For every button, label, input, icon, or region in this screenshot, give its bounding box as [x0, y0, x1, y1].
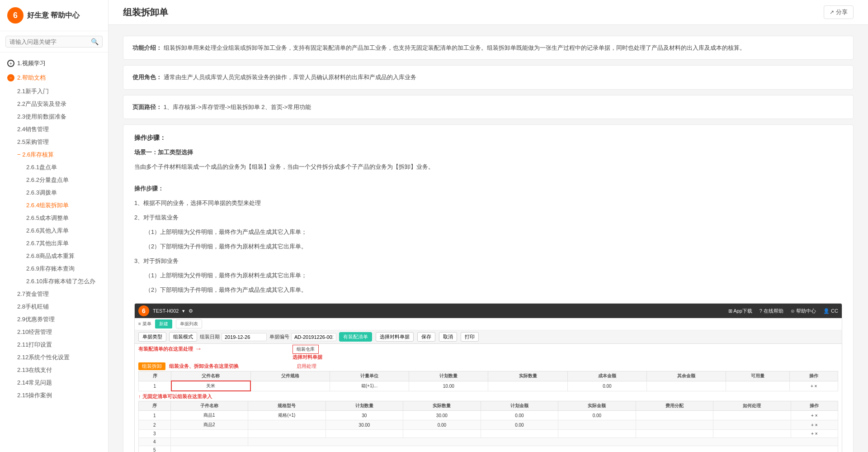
mock-ui: 6 TEST-H002 ▾ ⚙ ⊞ App下载 ? 在线帮助 ⊙ 帮助中心 👤 …: [135, 304, 842, 452]
lcell-alloc-1: [636, 411, 713, 420]
col-cost-amt: 成本金额: [567, 371, 646, 381]
mock-date-label: 组装日期: [200, 333, 220, 340]
table-row: 3 + ×: [139, 430, 838, 438]
mock-btn-config-list[interactable]: 有装配清单: [339, 332, 372, 342]
lcell-plan-amt-1: 0.00: [481, 411, 558, 420]
mock-tab-new[interactable]: 新建: [155, 319, 172, 328]
search-input[interactable]: [9, 38, 91, 45]
sidebar-item-2-4[interactable]: 2.4销售管理: [17, 123, 108, 136]
expand-icon-1: +: [7, 60, 14, 67]
lcell-empty-4: [248, 438, 838, 446]
mock-btn-print[interactable]: 打印: [461, 332, 479, 342]
steps-section: 操作步骤： 场景一：加工类型选择 当由多个子件材料组装成一个成品的业务为【组装】…: [123, 124, 854, 452]
sidebar-item-2-3[interactable]: 2.3使用前数据准备: [17, 110, 108, 123]
path-block: 页面路径： 1、库存核算->库存管理->组装拆卸单 2、首页->常用功能: [123, 95, 854, 119]
lcell-actual-amt-3: [558, 430, 636, 438]
mock-menu-icon: ≡ 菜单: [138, 321, 151, 327]
mock-annotation5-row: ↑ 无固定清单可以组装在这里录入: [135, 393, 842, 401]
content-body: 功能介绍： 组装拆卸单用来处理企业组装或拆卸等加工业务，支持有固定装配清单的产品…: [108, 25, 868, 452]
mock-upper-table: 序 父件名称 父件规格 计量单位 计划数量 实际数量 成本金额 其余金额 可用量: [138, 371, 838, 391]
expand-icon-2: −: [7, 74, 14, 81]
lcell-name-1: 商品1: [170, 411, 248, 420]
cell-seq: 1: [139, 381, 171, 391]
sidebar-item-2-6[interactable]: − 2.6库存核算: [17, 148, 108, 161]
cell-actual-qty: [488, 381, 567, 391]
sidebar-item-2-1[interactable]: 2.1新手入门: [17, 85, 108, 98]
lcell-ops-2: + ×: [791, 420, 838, 430]
mock-system-bar: 6 TEST-H002 ▾ ⚙ ⊞ App下载 ? 在线帮助 ⊙ 帮助中心 👤 …: [135, 304, 842, 318]
lcol-child-name: 子件名称: [170, 401, 248, 411]
sidebar-item-2-2[interactable]: 2.2产品安装及登录: [17, 98, 108, 110]
lcell-actual-qty-2: 0.00: [403, 420, 481, 430]
mock-settings-icon: ⚙: [189, 308, 193, 314]
annotation1-text: 有装配清单的在这里处理: [138, 346, 193, 352]
scene1-desc: 当由多个子件材料组装成一个成品的业务为【组装】业务，当由一个父件拆分成多个子产品…: [134, 161, 842, 173]
sidebar-item-2-6-2[interactable]: 2.6.2分量盘点单: [26, 174, 108, 186]
sidebar-item-2-6-9[interactable]: 2.6.9库存账本查询: [26, 262, 108, 275]
app-title: 好生意 帮助中心: [27, 11, 80, 20]
search-box[interactable]: 🔍: [5, 36, 103, 48]
mock-btn-select-doc[interactable]: 选择对料单据: [376, 332, 414, 342]
mock-annotation1: 有装配清单的在这里处理 →: [138, 345, 202, 353]
sidebar-item-2-12[interactable]: 2.12系统个性化设置: [17, 351, 108, 364]
mock-docno-input[interactable]: [291, 333, 336, 341]
mock-lower-table-header: 序 子件名称 规格型号 计划数量 实际数量 计划金额 实际金额 费用分配 如何处…: [139, 401, 838, 411]
logo-area: 6 好生意 帮助中心: [0, 0, 108, 31]
sidebar-item-2-9[interactable]: 2.9优惠券管理: [17, 313, 108, 326]
share-button[interactable]: ↗ 分享: [824, 5, 854, 19]
sidebar-item-2-10[interactable]: 2.10经营管理: [17, 326, 108, 338]
mock-btn-save-toolbar[interactable]: 保存: [417, 332, 435, 342]
mock-tab-list[interactable]: 单据列表: [176, 319, 202, 328]
sidebar-item-2[interactable]: − 2.帮助文档: [0, 71, 108, 85]
mock-btn-type[interactable]: 单据类型: [138, 332, 166, 342]
mock-toolbar: 单据类型 组装模式 组装日期 单据编号 有装配清单: [135, 330, 842, 344]
col-seq: 序: [139, 371, 171, 381]
col-other-amt: 其余金额: [647, 371, 726, 381]
mock-upper-table-container: 序 父件名称 父件规格 计量单位 计划数量 实际数量 成本金额 其余金额 可用量: [135, 371, 842, 393]
mock-btn-mode[interactable]: 组装模式: [169, 332, 197, 342]
mock-date-input[interactable]: [222, 333, 267, 341]
sidebar-item-2-6-1[interactable]: 2.6.1盘点单: [26, 161, 108, 174]
sidebar-item-2-6-7[interactable]: 2.6.7其他出库单: [26, 237, 108, 250]
steps-title: 操作步骤：: [134, 134, 842, 142]
sidebar-item-2-15[interactable]: 2.15操作案例: [17, 389, 108, 402]
mock-annotation3-row: 组装拆卸 组装业务、拆卸业务在这里切换 启用处理: [135, 362, 842, 371]
lcell-actual-qty-1: 30.00: [403, 411, 481, 420]
search-icon[interactable]: 🔍: [91, 38, 99, 45]
sidebar-item-1[interactable]: + 1.视频学习: [0, 56, 108, 71]
intro-block: 功能介绍： 组装拆卸单用来处理企业组装或拆卸等加工业务，支持有固定装配清单的产品…: [123, 36, 854, 60]
lcell-name-2: 商品2: [170, 420, 248, 430]
mock-user-icon: 👤 CC: [823, 308, 838, 314]
lcell-seq-2: 2: [139, 420, 171, 430]
lcol-ops: 操作: [791, 401, 838, 411]
mock-apps-icon: ⊞ App下载: [728, 308, 752, 314]
sidebar-item-2-7[interactable]: 2.7资金管理: [17, 288, 108, 300]
sidebar-item-2-6-6[interactable]: 2.6.6其他入库单: [26, 224, 108, 237]
mock-annotation2-area: 组装仓库 选择对料单据: [292, 345, 322, 361]
sidebar-item-2-6-3[interactable]: 2.6.3调拨单: [26, 186, 108, 199]
table-row: 4: [139, 438, 838, 446]
sidebar-item-2-14[interactable]: 2.14常见问题: [17, 376, 108, 389]
annotation2-text: 选择对料单据: [292, 354, 322, 361]
lcell-name-4: [170, 438, 248, 446]
mock-btn-cancel-toolbar[interactable]: 取消: [439, 332, 457, 342]
lcell-plan-qty-3: [326, 430, 403, 438]
sidebar-item-2-6-10[interactable]: 2.6.10库存账本错了怎么办: [26, 275, 108, 288]
col-parent-name: 父件名称: [171, 371, 250, 381]
sidebar-item-2-6-4[interactable]: 2.6.4组装拆卸单: [26, 199, 108, 212]
sidebar-item-2-13[interactable]: 2.13在线支付: [17, 364, 108, 376]
sidebar-item-2-6-8[interactable]: 2.6.8商品成本重算: [26, 250, 108, 262]
cell-ops: + ×: [790, 381, 838, 391]
sidebar-item-2-label: 2.帮助文档: [17, 74, 46, 82]
sidebar-item-2-5[interactable]: 2.5采购管理: [17, 136, 108, 148]
mock-date-field: 组装日期: [200, 333, 267, 341]
nav-level2-2: 2.1新手入门 2.2产品安装及登录 2.3使用前数据准备 2.4销售管理 2.…: [0, 85, 108, 402]
logo-icon: 6: [7, 7, 24, 24]
sidebar-item-2-6-5[interactable]: 2.6.5成本调整单: [26, 212, 108, 224]
sidebar-item-2-11[interactable]: 2.11打印设置: [17, 338, 108, 351]
annotation5-text: ↑ 无固定清单可以组装在这里录入: [138, 393, 212, 400]
lcol-cost-alloc: 费用分配: [636, 401, 713, 411]
lcell-ops-1: + ×: [791, 411, 838, 420]
sidebar-item-2-8[interactable]: 2.8手机旺铺: [17, 300, 108, 313]
lcell-name-3: [170, 430, 248, 438]
